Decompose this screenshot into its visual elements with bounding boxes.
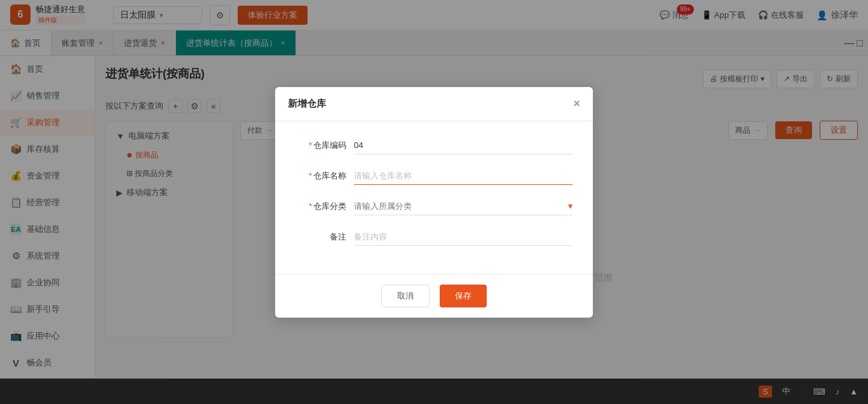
warehouse-code-row: 仓库编码 [295,137,573,154]
modal-title: 新增仓库 [288,98,326,110]
warehouse-modal: 新增仓库 × 仓库编码 仓库名称 仓库分类 ▾ [275,87,593,318]
category-dropdown-arrow: ▾ [568,201,573,211]
remark-row: 备注 [295,228,573,246]
warehouse-code-label: 仓库编码 [295,140,346,151]
remark-label: 备注 [295,231,346,243]
warehouse-category-select[interactable]: ▾ [354,198,573,215]
cancel-button[interactable]: 取消 [381,285,430,307]
save-button[interactable]: 保存 [440,285,487,307]
warehouse-category-input[interactable] [354,198,573,215]
modal-body: 仓库编码 仓库名称 仓库分类 ▾ 备注 [275,121,593,274]
remark-input[interactable] [354,228,573,246]
modal-close-button[interactable]: × [573,97,580,111]
warehouse-name-row: 仓库名称 [295,167,573,185]
modal-overlay[interactable]: 新增仓库 × 仓库编码 仓库名称 仓库分类 ▾ [0,0,868,404]
warehouse-category-label: 仓库分类 [295,201,346,212]
warehouse-code-input[interactable] [354,137,573,154]
warehouse-category-row: 仓库分类 ▾ [295,198,573,215]
modal-header: 新增仓库 × [275,87,593,121]
warehouse-name-input[interactable] [354,167,573,185]
warehouse-name-label: 仓库名称 [295,170,346,182]
modal-footer: 取消 保存 [275,274,593,318]
